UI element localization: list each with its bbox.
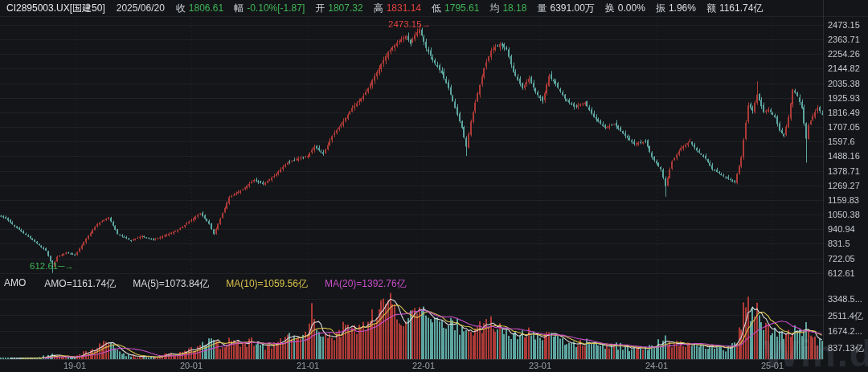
- legend-item-1: MA(5)=1073.84亿: [133, 277, 209, 291]
- quote-field-振: 振1.96%: [656, 2, 696, 15]
- price-tick-label: 1050.38: [828, 210, 860, 219]
- field-value: 1161.74亿: [719, 2, 764, 14]
- field-value: 1.96%: [669, 2, 696, 14]
- price-tick-label: 1159.83: [828, 195, 859, 205]
- price-tick-label: 612.61: [828, 268, 855, 278]
- quote-field-额: 额1161.74亿: [706, 2, 764, 15]
- volume-tick-label: 2511.4亿: [828, 310, 863, 322]
- price-tick-label: 1488.16: [828, 151, 860, 161]
- price-tick-label: 2035.38: [828, 79, 860, 88]
- price-tick-label: 1816.49: [828, 108, 860, 117]
- volume-panel-legend: AMO AMO=1161.74亿MA(5)=1073.84亿MA(10)=105…: [4, 277, 407, 291]
- time-tick-label: 20-01: [180, 361, 203, 370]
- field-label: 额: [706, 2, 716, 14]
- time-tick-label: 23-01: [529, 361, 551, 370]
- price-tick-label: 1269.27: [828, 181, 860, 190]
- price-tick-label: 831.5: [828, 239, 850, 248]
- price-tick-label: 2473.15: [828, 20, 860, 30]
- panel-name-label: AMO: [4, 277, 26, 291]
- quote-field-高: 高1831.14: [374, 2, 421, 15]
- stock-chart-app: Win.d CI2895003.UX[国建50] 2025/06/20 收180…: [0, 0, 868, 372]
- quote-field-均: 均18.18: [489, 2, 526, 15]
- quote-field-换: 换0.00%: [605, 2, 645, 15]
- price-tick-label: 1925.93: [828, 93, 860, 103]
- legend-item-3: MA(20)=1392.76亿: [325, 277, 407, 291]
- quote-date: 2025/06/20: [117, 2, 165, 14]
- field-label: 换: [605, 2, 615, 14]
- quote-fields: 收1806.61幅-0.10%[-1.87]开1807.32高1831.14低1…: [176, 2, 774, 15]
- symbol-title: CI2895003.UX[国建50]: [6, 2, 105, 15]
- field-value: 18.18: [502, 2, 526, 14]
- price-tick-label: 2363.71: [828, 35, 860, 44]
- volume-tick-label: 837.13亿: [828, 342, 864, 354]
- quote-field-量: 量6391.00万: [537, 2, 594, 15]
- quote-field-低: 低1795.61: [432, 2, 479, 15]
- quote-field-开: 开1807.32: [315, 2, 362, 15]
- field-label: 开: [315, 2, 325, 14]
- price-tick-label: 940.94: [828, 224, 855, 234]
- field-label: 低: [432, 2, 441, 14]
- quote-field-收: 收1806.61: [176, 2, 223, 15]
- field-label: 收: [176, 2, 186, 14]
- time-tick-label: 21-01: [297, 361, 319, 370]
- price-tick-label: 2254.26: [828, 49, 860, 59]
- all-time-low-annotation: 612.61─→: [30, 261, 74, 271]
- volume-tick-label: 3348.5...: [828, 294, 862, 304]
- field-value: 1831.14: [387, 2, 421, 14]
- field-label: 均: [489, 2, 499, 14]
- quote-header: CI2895003.UX[国建50] 2025/06/20 收1806.61幅-…: [0, 0, 868, 17]
- field-label: 高: [374, 2, 383, 14]
- time-tick-label: 22-01: [412, 361, 435, 370]
- volume-tick-label: 1674.2...: [828, 326, 862, 336]
- price-tick-label: 722.05: [828, 254, 855, 264]
- candlestick-volume-chart[interactable]: [0, 0, 868, 372]
- field-value: -0.10%[-1.87]: [247, 2, 305, 14]
- field-value: 0.00%: [618, 2, 645, 14]
- time-tick-label: 24-01: [645, 361, 668, 370]
- field-value: 6391.00万: [550, 2, 594, 14]
- field-label: 量: [537, 2, 547, 14]
- field-value: 1795.61: [444, 2, 479, 14]
- legend-item-0: AMO=1161.74亿: [44, 277, 116, 291]
- field-value: 1807.32: [328, 2, 362, 14]
- price-tick-label: 1707.05: [828, 122, 860, 132]
- field-value: 1806.61: [189, 2, 223, 14]
- price-tick-label: 2144.82: [828, 63, 860, 73]
- legend-item-2: MA(10)=1059.56亿: [226, 277, 308, 291]
- time-tick-label: 19-01: [63, 361, 86, 370]
- legend-items: AMO=1161.74亿MA(5)=1073.84亿MA(10)=1059.56…: [44, 277, 406, 291]
- all-time-high-annotation: 2473.15→: [388, 19, 431, 29]
- field-label: 幅: [234, 2, 244, 14]
- time-tick-label: 25-01: [761, 361, 784, 370]
- price-tick-label: 1597.6: [828, 137, 855, 146]
- price-tick-label: 1378.71: [828, 166, 860, 176]
- field-label: 振: [656, 2, 665, 14]
- quote-field-幅: 幅-0.10%[-1.87]: [234, 2, 305, 15]
